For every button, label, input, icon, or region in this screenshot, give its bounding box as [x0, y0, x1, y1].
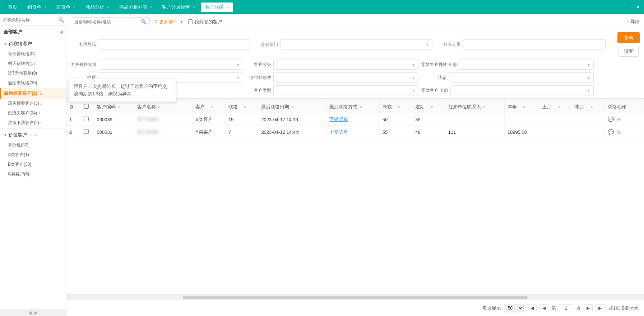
- sidebar-item-class-a[interactable]: A类客户(1): [0, 150, 66, 160]
- settings-icon[interactable]: ⚙: [69, 104, 74, 110]
- sidebar-item-today[interactable]: 今天待联络(0): [0, 49, 66, 59]
- horizontal-scrollbar[interactable]: [66, 294, 644, 300]
- nav-customer-tier[interactable]: 客户分层经营 ×: [158, 3, 199, 12]
- customer-table: ⚙ 客户编码 ⇅ 客户名称 ⇅: [66, 101, 644, 138]
- retail-attr-select[interactable]: ▼: [459, 60, 594, 70]
- scroll-thumb[interactable]: [183, 296, 528, 299]
- sidebar-content: 全部客户 ◀ ▼ 待联络客户 今天待联络(0) 明天待联络(1) 近7天待联络(…: [0, 26, 66, 309]
- page-number-input[interactable]: [559, 304, 573, 312]
- payment-select[interactable]: ▼: [273, 72, 418, 82]
- row-select-checkbox[interactable]: [84, 129, 89, 134]
- sort-icon: ⇅: [557, 105, 560, 109]
- row-select-checkbox[interactable]: [84, 117, 89, 121]
- sidebar-item-overdue[interactable]: 逾期未联络(30): [0, 78, 66, 88]
- row-last-method: 下销货单: [326, 113, 379, 126]
- row-not-contacted: 55: [379, 126, 412, 138]
- nav-product-analysis-list[interactable]: 商品分析列表 ×: [115, 3, 157, 12]
- more-filter-btn[interactable]: ▽ 更多条件 ▲: [154, 19, 184, 25]
- nav-purchase-order[interactable]: 进货单 ×: [52, 3, 80, 12]
- last-page-btn[interactable]: ▶|: [596, 304, 606, 312]
- sort-icon: ⇅: [590, 105, 593, 109]
- select-all-checkbox[interactable]: [84, 104, 89, 109]
- page-size-select[interactable]: 50 100 200: [504, 304, 524, 312]
- col-code: 客户编码 ⇅: [94, 101, 134, 113]
- customer-type-select[interactable]: ▼: [273, 85, 418, 95]
- sidebar-item-tomorrow[interactable]: 明天待联络(1): [0, 59, 66, 69]
- col-settings[interactable]: ⚙: [66, 101, 81, 113]
- row-this-year: [504, 113, 539, 126]
- col-contact-count: 联络... ⇅: [225, 101, 258, 113]
- grid-icon[interactable]: ⊞: [617, 117, 621, 122]
- content-area: 🔍 ▽ 更多条件 ▲ 我分管的客户 ↑ 导出 电话号码: [66, 14, 644, 316]
- sort-icon: ⇅: [431, 105, 434, 109]
- nav-customer-contact[interactable]: 客户联络 ×: [201, 3, 233, 12]
- sidebar-search-icon[interactable]: 🔍: [58, 17, 64, 23]
- filter-retail-customer: 零散客户 全部 ▼: [421, 85, 594, 95]
- settings-button[interactable]: 设置: [618, 46, 639, 57]
- sidebar-item-loss-warning[interactable]: 流失预警客户(3) ℹ: [0, 99, 66, 108]
- filter-manager: 分管人员 ···: [435, 39, 615, 49]
- retail-customer-select[interactable]: ▼: [450, 85, 594, 95]
- col-this-month: 本月... ⇅: [572, 101, 605, 113]
- grid-icon[interactable]: ⊞: [617, 129, 621, 135]
- value-customer-section[interactable]: ▼ 价值客户 ○ ✎: [0, 129, 66, 140]
- row-last-date: 2023-04-17 14:19:: [258, 113, 326, 126]
- nav-home[interactable]: 首页: [4, 3, 22, 12]
- export-button[interactable]: ↑ 导出: [627, 19, 640, 25]
- col-last-method: 最后联络方式 ⇅: [326, 101, 379, 113]
- query-button[interactable]: 查询: [617, 32, 640, 43]
- customer-tier-select[interactable]: ▼: [273, 60, 418, 70]
- row-checkbox: [81, 126, 94, 138]
- chat-icon[interactable]: 💬: [608, 117, 614, 122]
- nav-customer-contact-close[interactable]: ×: [227, 5, 229, 9]
- status-select[interactable]: ▼: [449, 72, 594, 82]
- sidebar-item-class-c[interactable]: C类客户(6): [0, 169, 66, 179]
- manager-dots[interactable]: ···: [608, 42, 615, 47]
- repurchase-abnormal-section[interactable]: 回购异常客户(2) ℹ: [0, 88, 66, 99]
- chat-icon[interactable]: 💬: [608, 129, 614, 135]
- pending-contact-section[interactable]: ▼ 待联络客户: [0, 38, 66, 49]
- nav-sales-order[interactable]: 销货单 ×: [23, 3, 51, 12]
- nav-purchase-order-close[interactable]: ×: [73, 5, 75, 9]
- sidebar: 🔍 全部客户 ◀ ▼ 待联络客户 今天待联络(0) 明天待联络(1) 近7天待联…: [0, 14, 66, 316]
- nav-product-analysis[interactable]: 商品分析 ×: [81, 3, 113, 12]
- row-this-year: 10995.00: [504, 126, 539, 138]
- sidebar-item-class-b[interactable]: B类客户(33): [0, 160, 66, 169]
- sidebar-item-lost[interactable]: 已流失客户(24) ℹ: [0, 108, 66, 118]
- manager-select[interactable]: [463, 39, 606, 49]
- prev-page-btn[interactable]: ◀: [539, 304, 548, 312]
- sidebar-search-input[interactable]: [3, 18, 57, 23]
- nav-sales-order-close[interactable]: ×: [44, 5, 46, 9]
- row-code: 000039: [94, 113, 134, 126]
- my-customer-checkbox[interactable]: [188, 19, 193, 24]
- filter-customer-type: 客户类型 ▼: [246, 85, 418, 95]
- nav-product-analysis-list-close[interactable]: ×: [150, 5, 152, 9]
- nav-product-analysis-close[interactable]: ×: [107, 5, 109, 9]
- top-navigation: 首页 销货单 × 进货单 × 商品分析 × 商品分析列表 × 客户分层经营 × …: [0, 0, 644, 14]
- search-input[interactable]: [74, 19, 139, 24]
- edit-icon[interactable]: ○ ✎: [30, 133, 37, 137]
- phone-input[interactable]: [98, 39, 250, 49]
- next-page-btn[interactable]: ▶: [584, 304, 593, 312]
- filter-price-tier: 客户价格等级 ▼: [71, 60, 243, 70]
- sort-icon: ⇅: [291, 105, 294, 109]
- sidebar-item-7days[interactable]: 近7天待联络(0): [0, 69, 66, 78]
- close-all-tabs[interactable]: ×: [636, 4, 640, 10]
- row-contact-count: 7: [225, 126, 258, 138]
- row-this-month: [572, 126, 605, 138]
- sidebar-bottom-scroll: ◀ ▶: [0, 309, 66, 316]
- price-tier-select[interactable]: ▼: [99, 60, 243, 70]
- row-code: 000031: [94, 126, 134, 138]
- nav-customer-tier-close[interactable]: ×: [193, 5, 195, 9]
- first-page-btn[interactable]: |◀: [527, 304, 537, 312]
- sidebar-item-declining[interactable]: 持续下滑客户(2) ℹ: [0, 118, 66, 128]
- filter-payment: 收付款条件 ▼: [246, 72, 418, 82]
- export-icon: ↑: [627, 19, 630, 24]
- col-last-month: 上月... ⇅: [539, 101, 572, 113]
- search-icon[interactable]: 🔍: [141, 19, 147, 24]
- all-customers-header[interactable]: 全部客户 ◀: [0, 26, 66, 38]
- filter-row-2: 客户价格等级 ▼ 客户等级 ▼ 零散客户属性 全部: [71, 60, 640, 70]
- col-this-year: 本年... ⇅: [504, 101, 539, 113]
- dept-select[interactable]: ▼: [280, 39, 432, 49]
- sidebar-item-ungrouped[interactable]: 未分组(32): [0, 140, 66, 150]
